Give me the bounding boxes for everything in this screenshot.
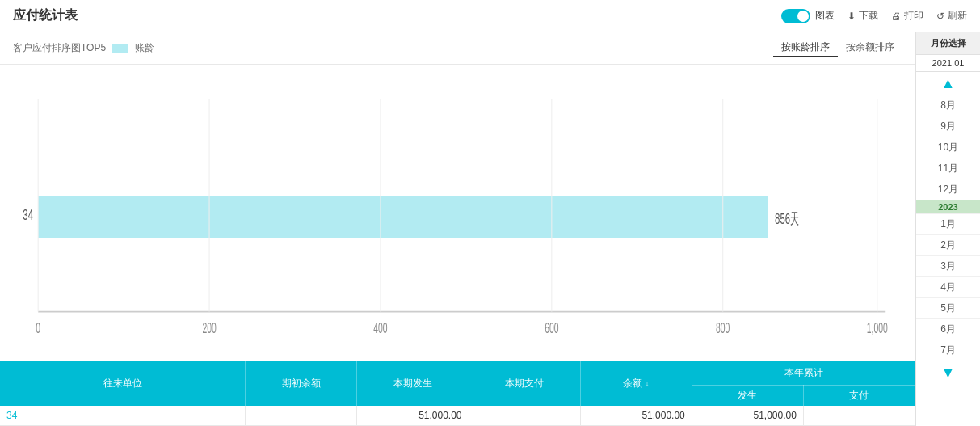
legend-box-label: 账龄 [135, 41, 154, 55]
svg-text:600: 600 [545, 320, 558, 335]
month-item-6[interactable]: 6月 [916, 319, 980, 340]
print-button[interactable]: 🖨 打印 [891, 9, 923, 23]
sidebar-down-button[interactable]: ▼ [916, 361, 980, 385]
month-item-1[interactable]: 1月 [916, 214, 980, 235]
month-item-11[interactable]: 11月 [916, 158, 980, 179]
laiwai-link[interactable]: 34 [6, 410, 17, 421]
cell-fash: 51,000.00 [692, 406, 803, 426]
month-item-12[interactable]: 12月 [916, 179, 980, 200]
yue-sort-icon[interactable]: ↓ [645, 379, 649, 388]
bar-value-label: 856天 [775, 210, 800, 227]
month-item-9[interactable]: 9月 [916, 116, 980, 137]
cell-benqifasheng: 51,000.00 [357, 406, 469, 426]
refresh-icon: ↺ [936, 11, 944, 22]
chart-bar [38, 196, 768, 238]
sort-by-amount-button[interactable]: 按账龄排序 [773, 39, 838, 57]
up-icon: ▲ [941, 75, 956, 92]
chart-area: 34 856天 0 200 400 600 800 1,000 [0, 65, 915, 361]
y-axis-label: 34 [23, 206, 33, 223]
month-item-3[interactable]: 3月 [916, 256, 980, 277]
col-header-yue: 余额 ↓ [580, 361, 692, 406]
col-header-benqizhifu: 本期支付 [469, 361, 580, 406]
col-header-bennianlj: 本年累计 [692, 361, 915, 386]
col-header-qichuyue: 期初余额 [246, 361, 357, 406]
svg-text:0: 0 [36, 320, 40, 335]
month-item-2[interactable]: 2月 [916, 235, 980, 256]
sidebar-header: 月份选择 [916, 32, 980, 55]
download-icon: ⬇ [848, 11, 856, 22]
table-row: 34 51,000.00 51,000.00 51,000.00 [0, 406, 915, 426]
month-item-5[interactable]: 5月 [916, 298, 980, 319]
chart-svg: 34 856天 0 200 400 600 800 1,000 [13, 71, 902, 354]
year-marker-2023[interactable]: 2023 [916, 200, 980, 214]
chart-legend: 客户应付排序图TOP5 账龄 [13, 41, 154, 55]
header-actions: 图表 ⬇ 下载 🖨 打印 ↺ 刷新 [781, 9, 967, 23]
svg-text:400: 400 [373, 320, 387, 335]
sort-by-balance-button[interactable]: 按余额排序 [838, 39, 902, 57]
svg-text:800: 800 [716, 320, 730, 335]
print-label: 打印 [904, 9, 923, 23]
sort-buttons: 按账龄排序 按余额排序 [773, 39, 902, 57]
refresh-button[interactable]: ↺ 刷新 [936, 9, 967, 23]
cell-zhifu [803, 406, 915, 426]
sidebar-up-button[interactable]: ▲ [916, 72, 980, 95]
table-section: 往来单位 期初余额 本期发生 本期支付 余额 ↓ 本年累计 [0, 361, 915, 426]
summary-table: 往来单位 期初余额 本期发生 本期支付 余额 ↓ 本年累计 [0, 361, 915, 426]
cell-qichuyue [246, 406, 357, 426]
svg-text:1,000: 1,000 [867, 320, 888, 335]
month-item-10[interactable]: 10月 [916, 137, 980, 158]
down-icon: ▼ [941, 365, 956, 382]
toggle-label: 图表 [815, 9, 835, 23]
print-icon: 🖨 [891, 11, 901, 22]
month-item-8[interactable]: 8月 [916, 95, 980, 116]
month-item-4[interactable]: 4月 [916, 277, 980, 298]
chart-header: 客户应付排序图TOP5 账龄 按账龄排序 按余额排序 [0, 32, 915, 65]
legend-label: 客户应付排序图TOP5 [13, 41, 106, 55]
download-label: 下载 [859, 9, 878, 23]
chart-toggle[interactable] [781, 9, 810, 23]
refresh-label: 刷新 [948, 9, 967, 23]
page-title: 应付统计表 [13, 7, 78, 24]
chart-toggle-wrap[interactable]: 图表 [781, 9, 835, 23]
month-sidebar: 月份选择 2021.01 ▲ 8月 9月 10月 11月 12月 2023 1月… [915, 32, 980, 426]
col-header-fash: 发生 [692, 386, 803, 407]
cell-benqizhifu [469, 406, 580, 426]
month-item-7[interactable]: 7月 [916, 340, 980, 361]
cell-laiwai: 34 [0, 406, 246, 426]
col-header-benqifasheng: 本期发生 [357, 361, 469, 406]
svg-text:200: 200 [202, 320, 216, 335]
cell-yue: 51,000.00 [580, 406, 692, 426]
legend-box [112, 44, 128, 53]
col-header-zhifu: 支付 [803, 386, 915, 407]
sidebar-year-input[interactable]: 2021.01 [916, 55, 980, 72]
col-header-laiwai: 往来单位 [0, 361, 246, 406]
download-button[interactable]: ⬇ 下载 [848, 9, 878, 23]
